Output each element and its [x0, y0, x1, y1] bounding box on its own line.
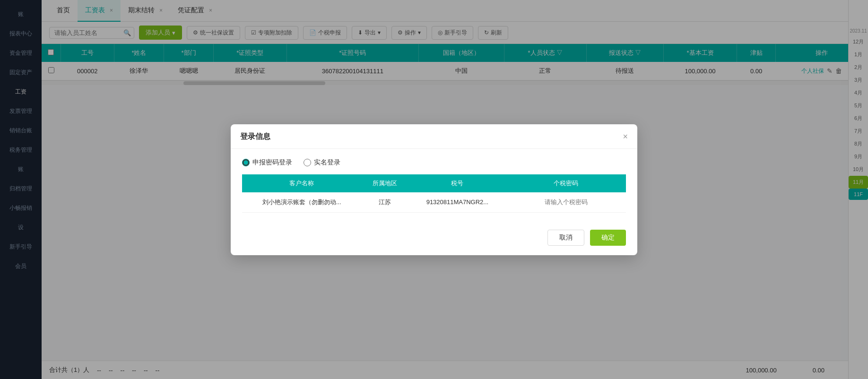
col-customer: 客户名称 — [242, 174, 361, 192]
customer-region: 江苏 — [361, 192, 408, 213]
customer-taxno: 91320811MA7NGR2... — [409, 192, 506, 213]
radio-realname-label[interactable]: 实名登录 — [304, 158, 340, 167]
dialog-body: 申报密码登录 实名登录 客户名称 所属地区 税号 个税密码 — [231, 149, 637, 222]
tax-password-input[interactable] — [512, 198, 620, 206]
cancel-button[interactable]: 取消 — [547, 230, 584, 246]
customer-row: 刘小艳演示账套（勿删勿动... 江苏 91320811MA7NGR2... — [242, 192, 626, 213]
dialog-close-button[interactable]: × — [623, 132, 628, 142]
confirm-button[interactable]: 确定 — [590, 230, 626, 246]
dialog-header: 登录信息 × — [231, 124, 637, 149]
radio-password-label[interactable]: 申报密码登录 — [242, 158, 292, 167]
login-type-group: 申报密码登录 实名登录 — [242, 158, 626, 167]
dialog-footer: 取消 确定 — [231, 222, 637, 255]
radio-password[interactable] — [242, 159, 250, 166]
radio-realname[interactable] — [304, 159, 311, 166]
login-dialog: 登录信息 × 申报密码登录 实名登录 客户名称 所属地区 — [231, 124, 637, 255]
col-taxno: 税号 — [409, 174, 506, 192]
col-taxpwd: 个税密码 — [506, 174, 626, 192]
customer-name: 刘小艳演示账套（勿删勿动... — [242, 192, 361, 213]
customer-table: 客户名称 所属地区 税号 个税密码 刘小艳演示账套（勿删勿动... 江苏 913… — [242, 174, 626, 213]
dialog-title: 登录信息 — [240, 132, 270, 142]
col-region: 所属地区 — [361, 174, 408, 192]
dialog-overlay: 登录信息 × 申报密码登录 实名登录 客户名称 所属地区 — [0, 0, 868, 379]
customer-password-cell — [506, 192, 626, 213]
